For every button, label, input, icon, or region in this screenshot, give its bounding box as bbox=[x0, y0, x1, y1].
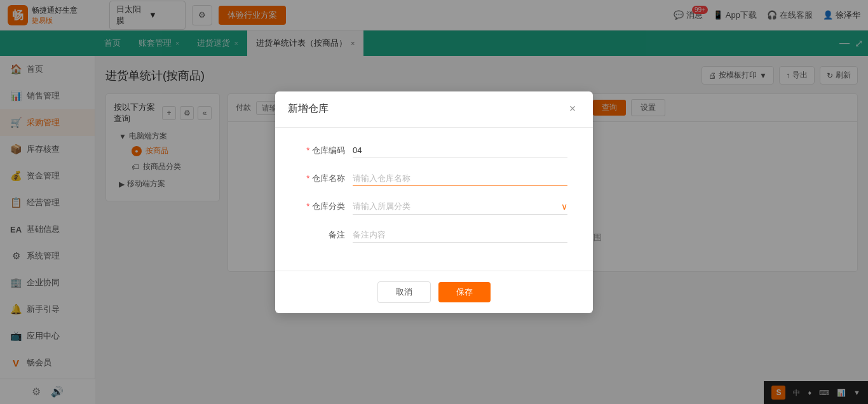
code-label: 仓库编码 bbox=[301, 145, 345, 156]
code-input[interactable] bbox=[353, 143, 567, 158]
form-row-name: 仓库名称 bbox=[301, 171, 567, 186]
modal-footer: 取消 保存 bbox=[275, 271, 593, 313]
modal-close-button[interactable]: × bbox=[565, 102, 580, 117]
modal-header: 新增仓库 × bbox=[275, 91, 593, 128]
modal-overlay[interactable]: 新增仓库 × 仓库编码 仓库名称 仓库分类 ∨ bbox=[0, 0, 868, 404]
category-dropdown-arrow: ∨ bbox=[561, 201, 567, 212]
modal-body: 仓库编码 仓库名称 仓库分类 ∨ 备注 bbox=[275, 128, 593, 271]
name-label: 仓库名称 bbox=[301, 173, 345, 184]
form-row-remark: 备注 bbox=[301, 227, 567, 243]
name-input[interactable] bbox=[353, 171, 567, 186]
modal-title: 新增仓库 bbox=[288, 102, 329, 116]
new-warehouse-modal: 新增仓库 × 仓库编码 仓库名称 仓库分类 ∨ bbox=[275, 91, 593, 313]
remark-label: 备注 bbox=[301, 229, 345, 241]
form-row-code: 仓库编码 bbox=[301, 143, 567, 158]
save-button[interactable]: 保存 bbox=[438, 282, 491, 302]
category-select[interactable]: ∨ bbox=[353, 199, 567, 215]
remark-input[interactable] bbox=[353, 227, 567, 243]
category-label: 仓库分类 bbox=[301, 201, 345, 212]
form-row-category: 仓库分类 ∨ bbox=[301, 199, 567, 215]
cancel-button[interactable]: 取消 bbox=[377, 281, 431, 303]
category-input[interactable] bbox=[353, 201, 561, 211]
